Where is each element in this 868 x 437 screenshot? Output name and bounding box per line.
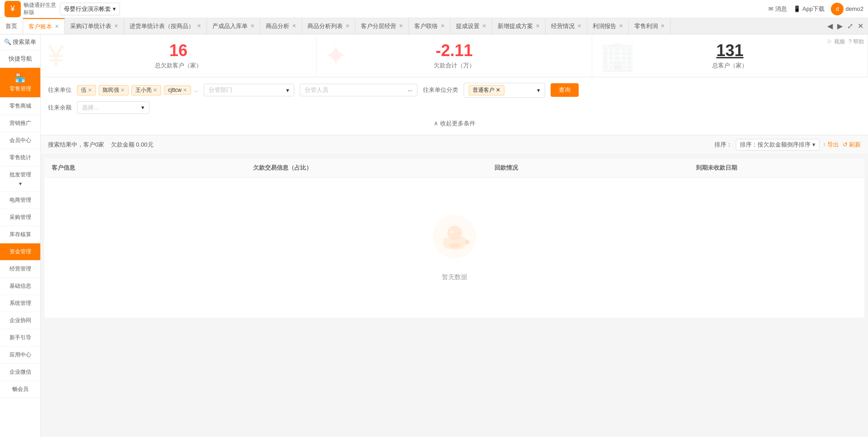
sort-select[interactable]: 排序：按欠款金额倒序排序 ▾ (736, 139, 820, 151)
sidebar-item-app-center[interactable]: 应用中心 (0, 347, 40, 364)
sidebar-item-beginner-guide[interactable]: 新手引导 (0, 329, 40, 347)
tab-close-icon[interactable]: ✕ (577, 23, 581, 29)
sidebar-item-chang-member[interactable]: 畅会员 (0, 381, 40, 398)
sidebar-item-enterprise-wechat[interactable]: 企业微信 (0, 364, 40, 381)
filter-tag-wu[interactable]: 伍 ✕ (77, 85, 96, 95)
logo-area: ¥ 畅捷通好生意 标版 (5, 1, 56, 17)
tab-scroll-right-icon[interactable]: ▶ (835, 21, 844, 31)
sidebar-item-inventory[interactable]: 库存核算 (0, 226, 40, 243)
unit-label: 往来单位 (48, 86, 72, 94)
tab-close-icon[interactable]: ✕ (441, 23, 445, 29)
sidebar-item-enterprise-collab[interactable]: 企业协同 (0, 312, 40, 329)
balance-select[interactable]: 选择... ▾ (77, 101, 149, 114)
tab-close-icon[interactable]: ✕ (482, 23, 486, 29)
filter-tag-wangxiaoliang[interactable]: 王小亮 ✕ (131, 85, 161, 95)
refresh-button[interactable]: ↺ 刷新 (843, 141, 861, 149)
collapse-icon: ∧ (434, 120, 438, 127)
sidebar-item-member-center[interactable]: 会员中心 (0, 132, 40, 149)
sidebar-item-system[interactable]: 系统管理 (0, 295, 40, 312)
stats-bar: ¥ 16 总欠款客户（家） ✦ -2.11 欠款合计（万） 🏢 131 总客户（… (41, 34, 868, 77)
tab-close-icon[interactable]: ✕ (345, 23, 350, 29)
tab-business-situation[interactable]: 经营情况 ✕ (546, 18, 587, 34)
tab-commission-settings[interactable]: 提成设置 ✕ (451, 18, 492, 34)
tab-customer-tier[interactable]: 客户分层经营 ✕ (355, 18, 409, 34)
tab-close-icon[interactable]: ✕ (250, 23, 254, 29)
person-select[interactable]: 分管人员 ··· (300, 84, 417, 96)
sidebar-item-marketing[interactable]: 营销推广 (0, 115, 40, 132)
tab-close-icon[interactable]: ✕ (661, 23, 665, 29)
tab-close-icon[interactable]: ✕ (399, 23, 403, 29)
filter-row-2: 往来余额 选择... ▾ (48, 101, 861, 114)
credit-total-label: 欠款合计（万） (434, 62, 475, 70)
filter-tag-cjttcw[interactable]: cjttcw ✕ (164, 86, 191, 95)
table-area: 客户信息 欠款交易信息（占比） 回款情况 到期未收款日期 (44, 158, 864, 318)
col-header-date: 到期未收款日期 (696, 164, 857, 172)
tab-product-analysis-list[interactable]: 商品分析列表 ✕ (302, 18, 355, 34)
tab-home[interactable]: 首页 (0, 18, 23, 34)
tab-retail-profit[interactable]: 零售利润 ✕ (629, 18, 671, 34)
tab-close-icon[interactable]: ✕ (197, 23, 201, 29)
sidebar-item-retail-stats[interactable]: 零售统计 (0, 149, 40, 166)
tab-product-analysis[interactable]: 商品分析 ✕ (260, 18, 302, 34)
result-summary: 搜索结果中，客户0家 欠款金额 0.00元 (48, 141, 153, 149)
unit-type-select[interactable]: 普通客户 ✕ ▾ (464, 83, 545, 98)
tab-produced-instock[interactable]: 产成品入库单 ✕ (207, 18, 260, 34)
tab-purchase-stats-by-product[interactable]: 进货单统计表（按商品） ✕ (124, 18, 207, 34)
sidebar-item-retail-mall[interactable]: 零售商城 (0, 98, 40, 115)
tag-close-icon[interactable]: ✕ (88, 87, 92, 93)
help-button[interactable]: ? 帮助 (849, 38, 864, 46)
tab-new-commission-plan[interactable]: 新增提成方案 ✕ (492, 18, 546, 34)
filter-row-1: 往来单位 伍 ✕ 陈民强 ✕ 王小亮 ✕ cjttcw (48, 83, 861, 98)
app-download-button[interactable]: 📱 App下载 (793, 5, 825, 13)
tag-close-icon[interactable]: ✕ (120, 87, 125, 93)
tab-customer-ledger[interactable]: 客户账本 ✕ (23, 18, 65, 34)
sidebar-quick-nav[interactable]: 快捷导航 (0, 50, 40, 68)
table-header: 客户信息 欠款交易信息（占比） 回款情况 到期未收款日期 (44, 158, 864, 178)
query-button[interactable]: 查询 (551, 83, 579, 97)
filter-tag-chenminqiang[interactable]: 陈民强 ✕ (99, 85, 129, 95)
message-button[interactable]: ✉ 消息 (768, 5, 787, 13)
filter-area: 往来单位 伍 ✕ 陈民强 ✕ 王小亮 ✕ cjttcw (41, 77, 868, 135)
sidebar-item-basic-info[interactable]: 基础信息 (0, 278, 40, 295)
tab-profit-report[interactable]: 利润报告 ✕ (587, 18, 629, 34)
export-button[interactable]: ↑ 导出 (823, 141, 839, 149)
collapse-button[interactable]: ∧ 收起更多条件 (434, 118, 475, 129)
tab-close-icon[interactable]: ✕ (55, 24, 59, 29)
stat-total-customers: 🏢 131 总客户（家） ▷ 视频 ? 帮助 (592, 34, 868, 77)
sidebar-item-wholesale[interactable]: 批发管理 ▾ (0, 166, 40, 192)
unit-type-tag: 普通客户 ✕ (469, 85, 504, 95)
sidebar-item-finance[interactable]: 资金管理 (0, 243, 40, 261)
tab-customer-contact[interactable]: 客户联络 ✕ (409, 18, 451, 34)
chevron-down-icon: ▾ (113, 5, 116, 12)
unit-type-label: 往来单位分类 (423, 86, 458, 94)
sidebar-item-management[interactable]: 经营管理 (0, 261, 40, 278)
sidebar-item-retail-management[interactable]: 🏪 零售管理 (0, 68, 40, 98)
tab-controls: ◀ ▶ ⤢ ✕ (823, 21, 868, 31)
tab-close-icon[interactable]: ✕ (536, 23, 540, 29)
balance-label: 往来余额 (48, 104, 72, 112)
sidebar-item-purchase[interactable]: 采购管理 (0, 209, 40, 226)
unit-filter-tags: 伍 ✕ 陈民强 ✕ 王小亮 ✕ cjttcw ✕ ... (77, 85, 198, 95)
tag-close-icon[interactable]: ✕ (153, 87, 157, 93)
svg-point-3 (451, 231, 453, 233)
store-selector[interactable]: 母婴行业演示帐套 ▾ (60, 3, 120, 15)
unit-type-tag-close-icon[interactable]: ✕ (496, 87, 500, 93)
tab-scroll-left-icon[interactable]: ◀ (825, 21, 834, 31)
tab-close-icon[interactable]: ✕ (292, 23, 296, 29)
tag-close-icon[interactable]: ✕ (183, 87, 187, 93)
tab-purchase-order-stats[interactable]: 采购订单统计表 ✕ (65, 18, 124, 34)
tab-close-icon[interactable]: ✕ (114, 23, 118, 29)
dept-select[interactable]: 分管部门 ▾ (204, 84, 294, 96)
logo-text: 畅捷通好生意 标版 (24, 2, 56, 16)
main-layout: 🔍 搜索菜单 快捷导航 🏪 零售管理 零售商城 营销推广 会员中心 零售统计 批… (0, 34, 868, 437)
sidebar-search[interactable]: 🔍 搜索菜单 (0, 34, 40, 50)
user-menu[interactable]: d demo2 (831, 3, 863, 15)
top-bar-right: ✉ 消息 📱 App下载 d demo2 (768, 3, 863, 15)
sidebar-item-ecommerce[interactable]: 电商管理 (0, 192, 40, 209)
tab-close-icon[interactable]: ✕ (619, 23, 623, 29)
filter-more[interactable]: ... (194, 87, 198, 93)
video-button[interactable]: ▷ 视频 (827, 38, 845, 46)
tab-close-all-icon[interactable]: ✕ (856, 21, 865, 31)
unit-type-chevron-icon: ▾ (537, 87, 540, 94)
tab-expand-icon[interactable]: ⤢ (845, 21, 855, 31)
